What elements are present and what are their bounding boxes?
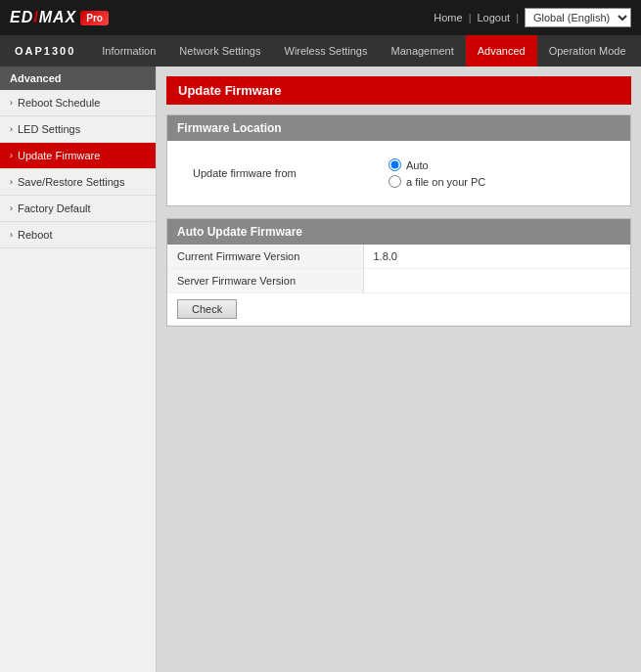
content-area: Update Firmware Firmware Location Update… (157, 67, 641, 672)
firmware-location-table: Update firmware from Auto a file on your… (183, 153, 615, 194)
radio-pc-label[interactable]: a file on your PC (389, 175, 605, 188)
radio-pc-text: a file on your PC (406, 176, 485, 188)
firmware-radio-group: Auto a file on your PC (389, 158, 605, 188)
sidebar-header: Advanced (0, 67, 156, 90)
divider-2: | (516, 12, 519, 23)
firmware-location-value: Auto a file on your PC (379, 153, 615, 194)
sidebar-label-reboot: Reboot (18, 229, 52, 241)
top-links: Home | Logout | Global (English) (434, 8, 631, 27)
auto-update-header: Auto Update Firmware (167, 219, 630, 245)
radio-auto-text: Auto (406, 159, 429, 171)
check-button-row: Check (167, 293, 630, 326)
current-firmware-value: 1.8.0 (363, 245, 630, 269)
sidebar-item-factory-default[interactable]: › Factory Default (0, 196, 156, 222)
logo-area: EDIMAX Pro (10, 9, 109, 26)
nav-information[interactable]: Information (90, 35, 167, 67)
firmware-location-row: Update firmware from Auto a file on your… (183, 153, 615, 194)
nav-management[interactable]: Management (379, 35, 465, 67)
sidebar-item-update-firmware[interactable]: › Update Firmware (0, 143, 156, 169)
arrow-icon: › (10, 230, 13, 240)
sidebar-label-factory-default: Factory Default (18, 202, 91, 214)
top-bar: EDIMAX Pro Home | Logout | Global (Engli… (0, 0, 641, 35)
nav-bar: OAP1300 Information Network Settings Wir… (0, 35, 641, 67)
auto-update-table: Current Firmware Version 1.8.0 Server Fi… (167, 245, 630, 326)
arrow-icon: › (10, 124, 13, 134)
nav-network-settings[interactable]: Network Settings (167, 35, 272, 67)
server-firmware-label: Server Firmware Version (167, 269, 363, 293)
firmware-location-header: Firmware Location (167, 115, 630, 141)
sidebar: Advanced › Reboot Schedule › LED Setting… (0, 67, 157, 672)
nav-wireless-settings[interactable]: Wireless Settings (273, 35, 380, 67)
sidebar-label-update-firmware: Update Firmware (18, 150, 100, 161)
sidebar-label-reboot-schedule: Reboot Schedule (18, 97, 100, 109)
sidebar-label-save-restore: Save/Restore Settings (18, 176, 124, 188)
logo-pro-badge: Pro (80, 11, 109, 25)
device-name: OAP1300 (0, 45, 90, 57)
page-title: Update Firmware (166, 76, 631, 105)
sidebar-label-led-settings: LED Settings (18, 123, 80, 135)
check-button[interactable]: Check (177, 299, 237, 319)
server-firmware-row: Server Firmware Version (167, 269, 630, 293)
nav-advanced[interactable]: Advanced (466, 35, 537, 67)
sidebar-item-save-restore[interactable]: › Save/Restore Settings (0, 169, 156, 196)
auto-update-section: Auto Update Firmware Current Firmware Ve… (166, 218, 631, 327)
main-layout: Advanced › Reboot Schedule › LED Setting… (0, 67, 641, 672)
home-link[interactable]: Home (434, 12, 462, 23)
firmware-location-body: Update firmware from Auto a file on your… (167, 141, 630, 205)
divider-1: | (469, 12, 472, 23)
sidebar-item-reboot-schedule[interactable]: › Reboot Schedule (0, 90, 156, 116)
radio-pc[interactable] (389, 175, 401, 188)
radio-auto[interactable] (389, 158, 401, 171)
firmware-location-section: Firmware Location Update firmware from A… (166, 114, 631, 206)
nav-items: Information Network Settings Wireless Se… (90, 35, 637, 67)
nav-operation-mode[interactable]: Operation Mode (537, 35, 638, 67)
arrow-icon: › (10, 177, 13, 187)
server-firmware-value (363, 269, 630, 293)
language-select[interactable]: Global (English) (525, 8, 631, 27)
logo-text: EDIMAX (10, 9, 76, 26)
current-firmware-label: Current Firmware Version (167, 245, 363, 269)
sidebar-item-led-settings[interactable]: › LED Settings (0, 116, 156, 143)
sidebar-item-reboot[interactable]: › Reboot (0, 222, 156, 248)
arrow-icon: › (10, 98, 13, 108)
check-button-cell: Check (167, 293, 630, 326)
radio-auto-label[interactable]: Auto (389, 158, 605, 171)
arrow-icon: › (10, 203, 13, 213)
arrow-icon: › (10, 151, 13, 160)
logout-link[interactable]: Logout (477, 12, 510, 23)
firmware-location-label: Update firmware from (183, 153, 379, 194)
current-firmware-row: Current Firmware Version 1.8.0 (167, 245, 630, 269)
